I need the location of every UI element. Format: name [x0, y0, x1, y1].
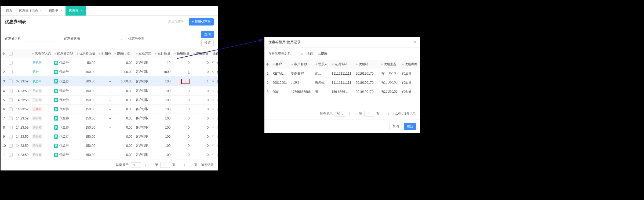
- sort-icon[interactable]: ▲▼: [356, 63, 358, 66]
- table-row[interactable]: 814 23:59待发布代代金券150.00--0.00客户领取10000⇱▦: [1, 123, 218, 132]
- sort-icon[interactable]: ▲▼: [32, 52, 34, 55]
- gear-icon[interactable]: ⚙: [2, 52, 5, 56]
- col-discount[interactable]: ▲▼折扣%: [97, 49, 112, 58]
- row-ops: ⇱▦: [212, 70, 218, 74]
- row-checkbox[interactable]: [9, 61, 13, 65]
- next-page-button[interactable]: ›: [177, 163, 181, 167]
- close-icon[interactable]: ✕: [60, 9, 62, 12]
- col-type[interactable]: ▲▼优惠券类型: [52, 49, 75, 58]
- table-row[interactable]: 1待执行代代金券50.00--0.00客户领取1000⇱▦: [1, 58, 218, 67]
- sort-icon[interactable]: ▲▼: [402, 63, 404, 66]
- table-row[interactable]: 1RETAIL...零散客户张三111111111112019120170...…: [264, 69, 420, 78]
- sort-icon[interactable]: ▲▼: [315, 63, 317, 66]
- confirm-button[interactable]: 确定: [404, 123, 416, 130]
- table-row[interactable]: 714 23:59待发布代代金券150.00--0.00客户领取10000⇱▦: [1, 114, 218, 123]
- col-issue-qty[interactable]: ▲▼发行数量: [153, 49, 172, 58]
- modal-page-input[interactable]: [364, 111, 374, 117]
- col-threshold[interactable]: ▲▼使用门槛...: [112, 49, 134, 58]
- col-subject[interactable]: ▲▼优惠主题: [379, 60, 400, 69]
- last-page-button[interactable]: ⟫: [183, 163, 187, 167]
- add-coupon-button[interactable]: + 新增优惠券: [189, 18, 214, 26]
- modal-status-select[interactable]: 已使用 ⌄: [316, 50, 354, 57]
- share-icon[interactable]: ⇱: [212, 79, 214, 83]
- search-icon[interactable]: ⌕: [301, 52, 303, 56]
- settings-button[interactable]: 设置: [201, 39, 214, 46]
- use-qty: 0: [191, 67, 210, 77]
- row-index: 6: [1, 105, 7, 114]
- sort-icon[interactable]: ▲▼: [54, 52, 56, 55]
- row-time: [14, 67, 30, 77]
- close-icon[interactable]: ✕: [40, 9, 42, 12]
- col-method[interactable]: ▲▼发放方式: [134, 49, 153, 58]
- row-checkbox[interactable]: [9, 70, 13, 74]
- use-count-link[interactable]: 1: [207, 79, 209, 83]
- modal-per-page-select[interactable]: 50 ⌄: [335, 111, 345, 117]
- prev-page-button[interactable]: ‹: [150, 163, 153, 167]
- table-row[interactable]: 914 23:59待发布代代金券150.00--0.00客户领取10000⇱▦: [1, 132, 218, 141]
- col-status[interactable]: ▲▼优惠券状态: [30, 49, 52, 58]
- share-icon[interactable]: ⇱: [212, 70, 214, 74]
- table-row[interactable]: 3000117666666666张156 6666 ...2019120170.…: [264, 87, 420, 96]
- row-ops: ⇱▦: [212, 126, 218, 129]
- sort-icon[interactable]: ▲▼: [99, 52, 101, 55]
- table-row[interactable]: 307 23:59执行中代代金券200.00--1000.00客户领取10031…: [1, 77, 218, 86]
- col-phone[interactable]: ▲▼电话号码: [330, 60, 354, 69]
- tab[interactable]: 优惠券详情页✕: [16, 6, 45, 16]
- table-row[interactable]: 414 23:59已过期代代金券150.00--0.00客户领取10000⇱▦: [1, 86, 218, 96]
- receive-count-link[interactable]: 1: [188, 70, 190, 74]
- col-coupon-type[interactable]: ▲▼优惠券类: [400, 60, 420, 69]
- col-contact[interactable]: ▲▼联系人: [313, 60, 330, 69]
- tab[interactable]: 首页: [3, 6, 16, 16]
- table-row[interactable]: 614 23:59已终止代代金券150.00--0.00客户领取10000⇱▦: [1, 105, 218, 114]
- qr-icon[interactable]: ▦: [217, 79, 218, 83]
- distribute-coupon-button[interactable]: ⛶ 发放优惠券: [161, 19, 187, 25]
- qr-icon[interactable]: ▦: [217, 61, 218, 65]
- tab[interactable]: 优惠券✕: [66, 6, 86, 16]
- table-row[interactable]: 2执行中代代金券100.00--1000.00客户领取100010⇱▦: [1, 67, 218, 77]
- select-all-checkbox[interactable]: [9, 52, 13, 56]
- sort-icon[interactable]: ▲▼: [291, 63, 293, 66]
- table-row[interactable]: 200010001北京1唐先生111111111112019120170...满…: [264, 78, 420, 87]
- modal-prev-page-button[interactable]: ‹: [354, 112, 357, 116]
- close-icon[interactable]: ✕: [80, 9, 82, 12]
- per-page-select[interactable]: 50 ⌄: [131, 162, 141, 168]
- modal-first-page-button[interactable]: ⟪: [347, 112, 351, 116]
- sort-icon[interactable]: ▲▼: [332, 63, 334, 66]
- modal-search-input[interactable]: [268, 51, 301, 57]
- share-icon[interactable]: ⇱: [212, 61, 214, 65]
- col-coupon-code[interactable]: ▲▼优惠码: [354, 60, 379, 69]
- sort-icon[interactable]: ▲▼: [272, 63, 275, 66]
- filter-type-select[interactable]: ⌄: [145, 36, 188, 41]
- gear-icon[interactable]: ⚙: [266, 63, 269, 66]
- tab[interactable]: 销货单✕: [45, 6, 66, 16]
- filter-name-input[interactable]: [22, 36, 60, 42]
- sort-icon[interactable]: ▲▼: [136, 52, 138, 55]
- row-ops: ⇱▦: [212, 61, 218, 65]
- table-row[interactable]: 1014 23:59待发布代代金券150.00--0.00客户领取10000⇱▦: [1, 141, 218, 150]
- sort-icon[interactable]: ▲▼: [174, 52, 176, 55]
- qr-icon[interactable]: ▦: [217, 70, 218, 74]
- modal-next-page-button[interactable]: ›: [381, 112, 385, 116]
- modal-last-page-button[interactable]: ⟫: [387, 112, 391, 116]
- col-face[interactable]: ▲▼优惠券面值: [75, 49, 97, 58]
- col-receive-qty[interactable]: ▲▼领用数量: [172, 49, 191, 58]
- first-page-button[interactable]: ⟪: [143, 163, 147, 167]
- col-customer-code[interactable]: ▲▼客户...: [271, 60, 289, 69]
- modal-search-box[interactable]: ⌕: [268, 51, 303, 57]
- page-input[interactable]: [160, 162, 170, 168]
- row-checkbox[interactable]: [9, 79, 13, 83]
- cancel-button[interactable]: 取消: [390, 123, 402, 130]
- close-icon[interactable]: ✕: [413, 39, 416, 45]
- sort-icon[interactable]: ▲▼: [114, 52, 116, 55]
- query-button[interactable]: 查询: [201, 31, 214, 38]
- col-customer-name[interactable]: ▲▼客户名称: [289, 60, 314, 69]
- filter-status-select[interactable]: ⌄: [81, 36, 124, 41]
- sort-icon[interactable]: ▲▼: [76, 52, 79, 55]
- sort-icon[interactable]: ▲▼: [193, 52, 195, 55]
- receive-count-link[interactable]: 3: [184, 79, 186, 83]
- table-row[interactable]: 1114 23:59待发布代代金券150.00--0.00客户领取10000⇱▦: [1, 150, 218, 159]
- col-use-qty[interactable]: ▲▼使用数量: [191, 49, 210, 58]
- sort-icon[interactable]: ▲▼: [381, 63, 383, 66]
- table-row[interactable]: 514 23:59已过期代代金券150.00--0.00客户领取10000⇱▦: [1, 96, 218, 105]
- sort-icon[interactable]: ▲▼: [155, 52, 157, 55]
